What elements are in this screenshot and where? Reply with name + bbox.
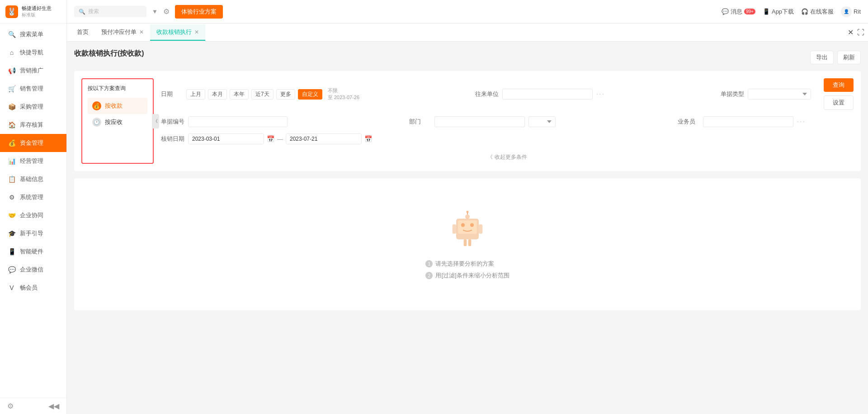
empty-tip-1: 1 请先选择要分析的方案	[425, 260, 509, 268]
docno-label: 单据编号	[161, 118, 184, 126]
empty-tips: 1 请先选择要分析的方案 2 用[过滤]条件来缩小分析范围	[425, 260, 509, 283]
sidebar-item-wechat[interactable]: 💬企业微信	[0, 261, 66, 279]
salesperson-input[interactable]	[703, 116, 793, 127]
verify-date-end-calendar-icon[interactable]: 📅	[364, 135, 372, 143]
sidebar-item-sales[interactable]: 🛒销售管理	[0, 80, 66, 98]
date-quick-btns: 上月 本月 本年 近7天 更多 自定义	[186, 89, 322, 100]
message-badge: 99+	[744, 9, 755, 14]
sidebar-label-hardware: 智能硬件	[20, 247, 43, 256]
sidebar-item-search[interactable]: 🔍搜索菜单	[0, 25, 66, 43]
sidebar-label-nav: 快捷导航	[20, 48, 43, 57]
wechat-icon: 💬	[7, 265, 16, 274]
svg-point-3	[470, 223, 474, 227]
sidebar-item-stock[interactable]: 🏠库存核算	[0, 116, 66, 134]
query-button[interactable]: 查询	[824, 78, 854, 92]
refresh-button[interactable]: 刷新	[837, 51, 861, 64]
topbar-gear-icon[interactable]: ⚙	[163, 7, 170, 16]
filter-by-receipt[interactable]: 💰 按收款	[88, 98, 147, 114]
empty-tip-2: 2 用[过滤]条件来缩小分析范围	[425, 271, 509, 280]
sidebar-item-guide[interactable]: 🎓新手引导	[0, 224, 66, 243]
sidebar-item-basic[interactable]: 📋基础信息	[0, 170, 66, 188]
corp-icon: 🤝	[7, 211, 16, 220]
svg-rect-5	[468, 239, 472, 246]
date-no-limit: 不限	[328, 87, 359, 94]
doctype-select[interactable]	[748, 89, 811, 100]
svg-rect-4	[464, 239, 467, 246]
user-avatar: 👤	[841, 6, 852, 17]
sidebar-label-member: 畅会员	[20, 284, 38, 292]
export-button[interactable]: 导出	[810, 51, 834, 64]
date-separator: —	[277, 136, 283, 143]
doctype-filter: 单据类型	[721, 89, 811, 100]
verify-date-start[interactable]	[188, 133, 264, 144]
tab-collection-close[interactable]: ✕	[194, 29, 199, 35]
tab-prepay-close[interactable]: ✕	[139, 29, 144, 35]
user-item[interactable]: 👤 Rit	[841, 6, 861, 17]
filter-panel-title: 按以下方案查询	[88, 85, 147, 92]
sidebar-item-corp[interactable]: 🤝企业协同	[0, 206, 66, 224]
verify-date-end[interactable]	[286, 133, 362, 144]
sidebar-item-operate[interactable]: 📊经营管理	[0, 152, 66, 170]
sidebar: 🐰 畅捷通好生意 标准版 🔍搜索菜单⌂快捷导航📢营销推广🛒销售管理📦采购管理🏠库…	[0, 0, 67, 414]
svg-point-8	[465, 214, 470, 219]
sidebar-label-basic: 基础信息	[20, 175, 43, 183]
date-last-month[interactable]: 上月	[186, 89, 205, 100]
sidebar-item-purchase[interactable]: 📦采购管理	[0, 98, 66, 116]
tab-expand-icon[interactable]: ⛶	[857, 29, 864, 37]
date-this-month[interactable]: 本月	[208, 89, 227, 100]
settings-icon[interactable]: ⚙	[7, 402, 14, 410]
sidebar-item-nav[interactable]: ⌂快捷导航	[0, 43, 66, 62]
tab-home[interactable]: 首页	[71, 24, 95, 41]
svg-rect-1	[458, 220, 477, 233]
salesperson-more-icon[interactable]: ···	[797, 118, 806, 126]
empty-illustration	[445, 205, 490, 251]
sidebar-label-wechat: 企业微信	[20, 266, 43, 274]
topbar-dropdown-icon[interactable]: ▼	[152, 8, 158, 15]
setting-button[interactable]: 设置	[824, 95, 854, 110]
docno-input[interactable]	[188, 116, 288, 127]
filter-panel: 按以下方案查询 💰 按收款 🕐 按应收 《 日期	[74, 71, 861, 171]
counterparty-more-icon[interactable]: ···	[596, 90, 605, 98]
date-this-year[interactable]: 本年	[230, 89, 249, 100]
nav-icon: ⌂	[7, 48, 16, 57]
sidebar-item-member[interactable]: V畅会员	[0, 279, 66, 297]
sales-icon: 🛒	[7, 84, 16, 93]
dept-input[interactable]	[434, 116, 525, 127]
sidebar-item-marketing[interactable]: 📢营销推广	[0, 62, 66, 80]
member-icon: V	[7, 283, 16, 292]
sidebar-item-hardware[interactable]: 📱智能硬件	[0, 243, 66, 261]
collapse-more-button[interactable]: 《 收起更多条件	[487, 153, 527, 161]
svg-rect-7	[479, 224, 482, 234]
sidebar-label-marketing: 营销推广	[20, 67, 43, 75]
sidebar-item-system[interactable]: ⚙系统管理	[0, 188, 66, 206]
message-item[interactable]: 💬 消息 99+	[722, 8, 755, 16]
service-item[interactable]: 🎧 在线客服	[801, 8, 834, 16]
collapse-sidebar-icon[interactable]: ◀◀	[48, 402, 59, 410]
message-icon: 💬	[722, 8, 729, 15]
operate-icon: 📊	[7, 157, 16, 166]
sidebar-item-fund[interactable]: 💰资金管理	[0, 134, 66, 152]
content-area: 收款核销执行(按收款) 导出 刷新 按以下方案查询 💰 按收款 🕐 按应收 《	[67, 42, 868, 414]
content-main: 1 请先选择要分析的方案 2 用[过滤]条件来缩小分析范围	[74, 178, 861, 310]
message-label: 消息	[731, 8, 742, 16]
verify-date-start-calendar-icon[interactable]: 📅	[267, 135, 274, 143]
dept-label: 部门	[409, 118, 431, 126]
app-download-item[interactable]: 📱 App下载	[763, 8, 794, 16]
date-more[interactable]: 更多	[276, 89, 295, 100]
filter-by-receivable[interactable]: 🕐 按应收	[88, 114, 147, 130]
tab-collection[interactable]: 收款核销执行 ✕	[150, 24, 205, 41]
verify-date-group: 📅 — 📅	[188, 133, 372, 144]
collapse-more-row: 《 收起更多条件	[161, 151, 854, 164]
counterparty-input[interactable]	[502, 89, 593, 100]
trial-button[interactable]: 体验行业方案	[175, 5, 223, 19]
dept-select[interactable]	[528, 116, 556, 127]
filter-row-2: 单据编号 部门 业务员 ···	[161, 116, 854, 127]
topbar-search[interactable]: 🔍 搜索	[74, 6, 146, 17]
date-custom[interactable]: 自定义	[298, 89, 322, 100]
fund-icon: 💰	[7, 138, 16, 148]
date-7days[interactable]: 近7天	[251, 89, 274, 100]
tab-close-all-icon[interactable]: ✕	[848, 28, 854, 37]
counterparty-filter: 往来单位 ···	[475, 89, 605, 100]
filter-collapse-btn[interactable]: 《	[152, 114, 159, 128]
tab-prepay[interactable]: 预付冲应付单 ✕	[95, 24, 150, 41]
